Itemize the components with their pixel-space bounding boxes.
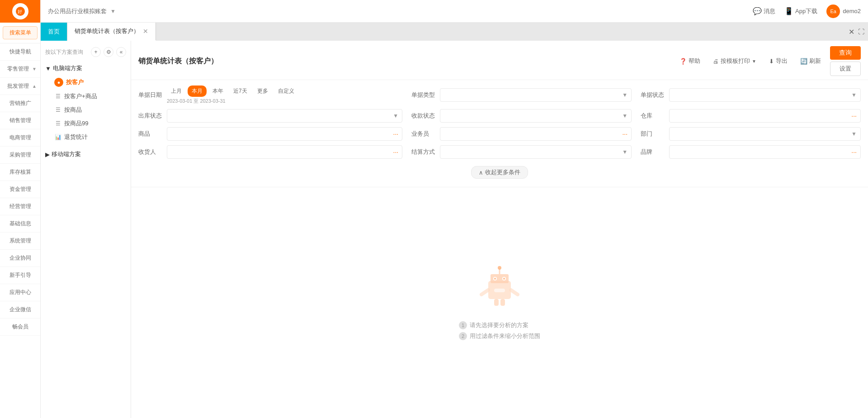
sidebar-item-wholesale-mgmt[interactable]: 批发管理 ▲	[0, 78, 40, 95]
sidebar-item-ecom-mgmt[interactable]: 电商管理	[0, 129, 40, 147]
svg-line-9	[481, 290, 488, 294]
department-select[interactable]: ▼	[669, 127, 861, 141]
receiver-select[interactable]: ···	[167, 145, 402, 159]
sidebar-item-finance-mgmt[interactable]: 资金管理	[0, 181, 40, 198]
sidebar-item-new-guide[interactable]: 新手引导	[0, 267, 40, 284]
empty-state-icon	[477, 265, 522, 310]
export-icon: ⬇	[769, 58, 774, 65]
topbar: 办公用品行业模拟账套 ▼ 💬 消息 📱 App下载 Ea demo2	[41, 0, 868, 23]
warehouse-label: 仓库	[641, 112, 665, 120]
svg-rect-11	[494, 299, 499, 306]
warehouse-more-icon: ···	[851, 112, 857, 119]
refresh-button[interactable]: 🔄 刷新	[797, 55, 825, 67]
active-scheme-icon: ●	[54, 78, 63, 87]
date-custom[interactable]: 自定义	[274, 86, 298, 97]
empty-state: 1 请先选择要分析的方案 2 用过滤条件来缩小分析范围	[131, 187, 868, 418]
receiver-label: 收货人	[138, 148, 163, 156]
scheme-item-return-stat[interactable]: 📊 退货统计	[41, 130, 131, 144]
scheme-panel-title: 按以下方案查询	[45, 48, 83, 56]
mobile-group-arrow-icon: ▶	[45, 151, 50, 158]
help-icon: ❓	[679, 58, 687, 65]
scheme-icon: ☰	[54, 93, 61, 100]
sidebar-item-marketing[interactable]: 营销推广	[0, 95, 40, 112]
date-this-year[interactable]: 本年	[208, 86, 227, 97]
left-scheme-panel: 按以下方案查询 + ⚙ « ▼ 电脑端方案 ● 按客户 ☰	[41, 41, 131, 418]
window-maximize-icon[interactable]: ⛶	[858, 28, 864, 35]
filter-department: 部门 ▼	[641, 127, 861, 141]
collapse-filters-button[interactable]: ∧ 收起更多条件	[471, 166, 528, 179]
scheme-item-by-customer-goods[interactable]: ☰ 按客户+商品	[41, 90, 131, 103]
sidebar-item-app-center[interactable]: 应用中心	[0, 284, 40, 301]
collapse-panel-button[interactable]: «	[116, 47, 126, 57]
header-actions: ❓ 帮助 🖨 按模板打印 ▼ ⬇ 导出 🔄 刷新	[676, 46, 861, 76]
app-logo: 好	[0, 0, 40, 23]
export-button[interactable]: ⬇ 导出	[765, 55, 791, 67]
payment-status-select[interactable]: ▼	[440, 109, 632, 123]
svg-text:好: 好	[18, 9, 22, 14]
goods-select[interactable]: ···	[167, 127, 402, 141]
window-close-icon[interactable]: ✕	[849, 28, 854, 36]
search-menu-button[interactable]: 搜索菜单	[3, 26, 38, 39]
doc-type-label: 单据类型	[411, 91, 436, 99]
scheme-icon: 📊	[54, 134, 61, 140]
sidebar-item-business-mgmt[interactable]: 经营管理	[0, 198, 40, 215]
warehouse-select[interactable]: ···	[669, 109, 861, 123]
sidebar-item-basic-info[interactable]: 基础信息	[0, 215, 40, 233]
scheme-item-by-goods[interactable]: ☰ 按商品	[41, 103, 131, 117]
message-button[interactable]: 💬 消息	[753, 7, 775, 15]
salesman-select[interactable]: ···	[440, 127, 632, 141]
filter-row-3: 商品 ··· 业务员 ···	[138, 127, 861, 141]
doc-status-select[interactable]: ▼	[669, 88, 861, 102]
brand-select[interactable]: ···	[669, 145, 861, 159]
wholesale-arrow-icon: ▲	[32, 84, 37, 89]
out-status-arrow-icon: ▼	[393, 113, 398, 119]
settlement-select[interactable]: ▼	[440, 145, 632, 159]
print-button[interactable]: 🖨 按模板打印 ▼	[709, 55, 760, 67]
date-prev-month[interactable]: 上月	[167, 86, 186, 97]
out-status-select[interactable]: ▼	[167, 109, 402, 123]
app-download-button[interactable]: 📱 App下载	[784, 7, 817, 15]
sidebar-item-enterprise-wechat[interactable]: 企业微信	[0, 301, 40, 318]
sidebar-item-enterprise-collab[interactable]: 企业协同	[0, 250, 40, 267]
brand-more-icon: ···	[851, 148, 857, 156]
scheme-item-by-customer[interactable]: ● 按客户	[41, 75, 131, 90]
empty-hints: 1 请先选择要分析的方案 2 用过滤条件来缩小分析范围	[459, 321, 540, 340]
tab-home[interactable]: 首页	[41, 23, 67, 41]
sidebar-item-purchase-mgmt[interactable]: 采购管理	[0, 147, 40, 164]
query-button[interactable]: 查询	[830, 46, 861, 60]
topbar-left: 办公用品行业模拟账套 ▼	[48, 7, 116, 15]
help-button[interactable]: ❓ 帮助	[676, 55, 704, 67]
date-more[interactable]: 更多	[253, 86, 272, 97]
desktop-group-header[interactable]: ▼ 电脑端方案	[41, 62, 131, 75]
desktop-scheme-group: ▼ 电脑端方案 ● 按客户 ☰ 按客户+商品 ☰ 按商品 ☰ 按商品99	[41, 62, 131, 144]
department-label: 部门	[641, 130, 665, 138]
mobile-group-header[interactable]: ▶ 移动端方案	[41, 147, 131, 161]
doc-type-select[interactable]: ▼	[440, 88, 632, 102]
sidebar-item-sales-mgmt[interactable]: 销售管理	[0, 112, 40, 129]
sidebar-item-quick-nav[interactable]: 快捷导航	[0, 43, 40, 61]
sidebar-item-inventory-check[interactable]: 库存核算	[0, 164, 40, 181]
add-scheme-button[interactable]: +	[91, 47, 101, 57]
tab-bar: 首页 销货单统计表（按客户） ✕ ✕ ⛶	[41, 23, 868, 41]
filter-date: 单据日期 上月 本月 本年 近7天 更多 自定义 2023-03-01 至 20…	[138, 86, 402, 104]
sidebar-item-system-mgmt[interactable]: 系统管理	[0, 233, 40, 250]
download-icon: 📱	[784, 7, 793, 15]
tab-close-icon[interactable]: ✕	[143, 28, 148, 35]
svg-rect-8	[494, 289, 505, 292]
date-last-7[interactable]: 近7天	[229, 86, 251, 97]
dropdown-icon[interactable]: ▼	[110, 8, 116, 14]
sidebar-item-retail-mgmt[interactable]: 零售管理 ▼	[0, 61, 40, 78]
scheme-panel-header: 按以下方案查询 + ⚙ «	[41, 44, 131, 60]
collapse-row: ∧ 收起更多条件	[138, 163, 861, 181]
svg-point-7	[503, 278, 505, 280]
sidebar-item-member[interactable]: 畅会员	[0, 318, 40, 336]
page-title: 销货单统计表（按客户）	[138, 57, 218, 66]
date-this-month[interactable]: 本月	[188, 86, 207, 97]
department-arrow-icon: ▼	[851, 131, 857, 137]
settings-scheme-button[interactable]: ⚙	[104, 47, 113, 57]
svg-point-14	[498, 266, 501, 270]
setting-button[interactable]: 设置	[830, 62, 861, 76]
tab-sales-stat[interactable]: 销货单统计表（按客户） ✕	[67, 23, 156, 41]
scheme-item-by-goods-99[interactable]: ☰ 按商品99	[41, 117, 131, 130]
user-info[interactable]: Ea demo2	[826, 5, 861, 18]
